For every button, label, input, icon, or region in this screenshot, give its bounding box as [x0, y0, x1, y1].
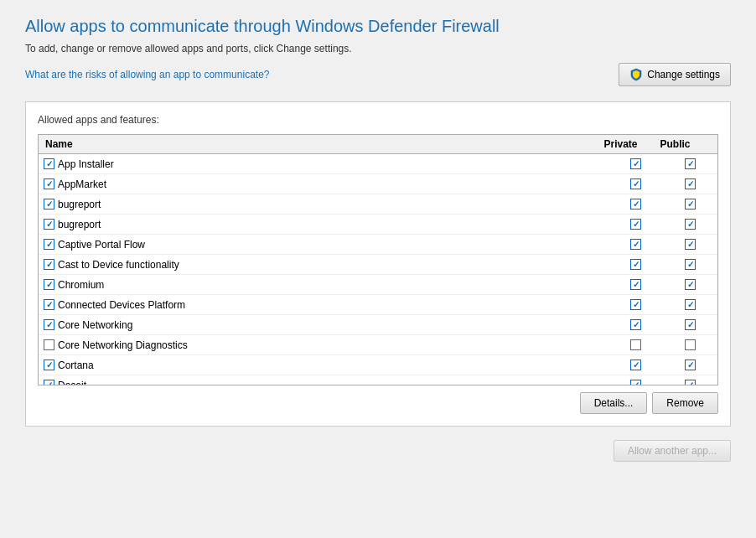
details-button[interactable]: Details... [580, 392, 648, 414]
table-row[interactable]: Cortana [39, 355, 717, 375]
app-checkbox[interactable] [44, 259, 54, 270]
private-checkbox[interactable] [630, 380, 641, 385]
public-checkbox-cell[interactable] [663, 259, 717, 270]
table-action-buttons: Details... Remove [38, 392, 718, 414]
public-checkbox[interactable] [685, 279, 696, 290]
app-name-label: Deceit [58, 380, 86, 385]
public-checkbox[interactable] [685, 158, 696, 169]
private-checkbox[interactable] [630, 158, 641, 169]
risk-link[interactable]: What are the risks of allowing an app to… [25, 69, 269, 80]
app-name-label: Core Networking [58, 319, 132, 331]
public-checkbox-cell[interactable] [663, 199, 717, 210]
col-private-header: Private [593, 138, 648, 150]
private-checkbox-cell[interactable] [608, 158, 663, 169]
private-checkbox[interactable] [630, 178, 641, 189]
private-checkbox[interactable] [630, 339, 641, 350]
private-checkbox[interactable] [630, 360, 641, 370]
public-checkbox[interactable] [685, 178, 696, 189]
app-name-label: Cast to Device functionality [58, 259, 179, 271]
app-checkbox[interactable] [44, 339, 54, 350]
app-name-cell: Cast to Device functionality [39, 259, 608, 271]
public-checkbox-cell[interactable] [663, 380, 717, 385]
table-row[interactable]: Deceit [39, 375, 717, 385]
table-row[interactable]: Chromium [39, 275, 717, 295]
private-checkbox[interactable] [630, 319, 641, 330]
table-row[interactable]: Cast to Device functionality [39, 255, 717, 275]
public-checkbox-cell[interactable] [663, 339, 717, 350]
app-checkbox[interactable] [44, 299, 54, 310]
app-checkbox[interactable] [44, 219, 54, 230]
private-checkbox-cell[interactable] [608, 339, 663, 350]
table-row[interactable]: Captive Portal Flow [39, 235, 717, 255]
private-checkbox[interactable] [630, 199, 641, 210]
private-checkbox-cell[interactable] [608, 219, 663, 230]
private-checkbox-cell[interactable] [608, 360, 663, 370]
allow-another-app-button[interactable]: Allow another app... [614, 440, 731, 462]
app-name-cell: Connected Devices Platform [39, 299, 608, 311]
table-body[interactable]: App InstallerAppMarketbugreportbugreport… [39, 154, 717, 385]
app-name-label: App Installer [58, 158, 114, 170]
subtitle-text: To add, change or remove allowed apps an… [25, 43, 731, 54]
private-checkbox-cell[interactable] [608, 239, 663, 250]
app-name-cell: AppMarket [39, 178, 608, 190]
table-row[interactable]: bugreport [39, 215, 717, 235]
public-checkbox[interactable] [685, 199, 696, 210]
app-name-cell: Cortana [39, 360, 608, 371]
col-name-header: Name [39, 138, 593, 150]
apps-panel: Allowed apps and features: Name Private … [25, 101, 731, 427]
public-checkbox-cell[interactable] [663, 299, 717, 310]
app-name-cell: App Installer [39, 158, 608, 170]
public-checkbox-cell[interactable] [663, 319, 717, 330]
app-checkbox[interactable] [44, 199, 54, 210]
app-name-label: bugreport [58, 219, 101, 230]
public-checkbox-cell[interactable] [663, 158, 717, 169]
public-checkbox[interactable] [685, 339, 696, 350]
public-checkbox[interactable] [685, 239, 696, 250]
public-checkbox-cell[interactable] [663, 239, 717, 250]
table-row[interactable]: AppMarket [39, 174, 717, 194]
app-name-label: Captive Portal Flow [58, 239, 145, 251]
app-checkbox[interactable] [44, 239, 54, 250]
app-checkbox[interactable] [44, 319, 54, 330]
public-checkbox[interactable] [685, 360, 696, 370]
app-name-label: Core Networking Diagnostics [58, 339, 188, 351]
apps-table: Name Private Public App InstallerAppMark… [38, 134, 718, 385]
public-checkbox[interactable] [685, 219, 696, 230]
private-checkbox-cell[interactable] [608, 259, 663, 270]
private-checkbox[interactable] [630, 279, 641, 290]
private-checkbox[interactable] [630, 259, 641, 270]
public-checkbox[interactable] [685, 259, 696, 270]
table-row[interactable]: App Installer [39, 154, 717, 174]
private-checkbox-cell[interactable] [608, 199, 663, 210]
private-checkbox-cell[interactable] [608, 319, 663, 330]
footer-row: Allow another app... [25, 440, 731, 462]
table-header: Name Private Public [39, 135, 717, 154]
app-checkbox[interactable] [44, 279, 54, 290]
private-checkbox-cell[interactable] [608, 380, 663, 385]
public-checkbox[interactable] [685, 380, 696, 385]
public-checkbox-cell[interactable] [663, 360, 717, 370]
public-checkbox-cell[interactable] [663, 219, 717, 230]
table-row[interactable]: Connected Devices Platform [39, 295, 717, 315]
table-row[interactable]: Core Networking [39, 315, 717, 335]
table-row[interactable]: Core Networking Diagnostics [39, 335, 717, 355]
private-checkbox[interactable] [630, 299, 641, 310]
private-checkbox-cell[interactable] [608, 299, 663, 310]
app-checkbox[interactable] [44, 360, 54, 370]
public-checkbox[interactable] [685, 319, 696, 330]
public-checkbox[interactable] [685, 299, 696, 310]
app-checkbox[interactable] [44, 158, 54, 169]
public-checkbox-cell[interactable] [663, 178, 717, 189]
app-checkbox[interactable] [44, 178, 54, 189]
private-checkbox-cell[interactable] [608, 279, 663, 290]
private-checkbox[interactable] [630, 239, 641, 250]
change-settings-button[interactable]: Change settings [619, 63, 731, 86]
remove-button[interactable]: Remove [652, 392, 718, 414]
private-checkbox[interactable] [630, 219, 641, 230]
app-name-cell: Deceit [39, 380, 608, 385]
page-title: Allow apps to communicate through Window… [25, 17, 731, 36]
app-checkbox[interactable] [44, 380, 54, 385]
table-row[interactable]: bugreport [39, 194, 717, 215]
public-checkbox-cell[interactable] [663, 279, 717, 290]
private-checkbox-cell[interactable] [608, 178, 663, 189]
